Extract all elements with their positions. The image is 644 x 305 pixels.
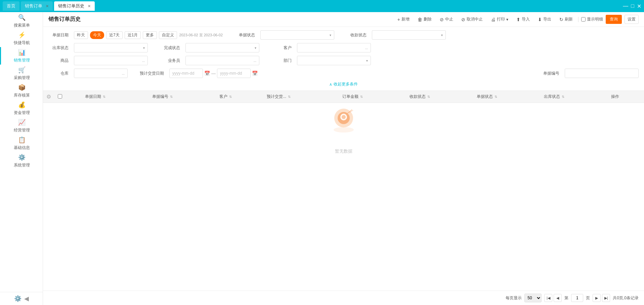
- add-button[interactable]: + 新增: [395, 15, 412, 24]
- page-last-button[interactable]: ▶|: [602, 294, 610, 302]
- delete-label: 删除: [424, 16, 432, 22]
- salesperson-label: 业务员: [160, 58, 180, 64]
- delete-button[interactable]: 🗑 删除: [415, 15, 434, 24]
- th-customer-label: 客户: [219, 94, 227, 99]
- sidebar-item-operations-label: 经营管理: [14, 127, 30, 133]
- complete-status-select[interactable]: ▾: [185, 43, 259, 52]
- th-expected-date[interactable]: 预计交货... ⇅: [263, 91, 339, 103]
- calendar-to-icon[interactable]: 📅: [252, 71, 258, 76]
- page-prev-button[interactable]: ◀: [554, 294, 562, 302]
- sidebar-item-operations[interactable]: 📈 经营管理: [0, 117, 43, 135]
- date-btn-1month[interactable]: 近1月: [125, 31, 141, 39]
- expected-date-group: yyyy-mm-dd 📅 — yyyy-mm-dd 📅: [169, 69, 527, 78]
- receipt-status-select[interactable]: ▾: [372, 30, 446, 40]
- calendar-from-icon[interactable]: 📅: [204, 71, 210, 76]
- outbound-status-arrow-icon: ▾: [143, 46, 145, 50]
- sidebar-item-sales[interactable]: 📊 销售管理: [0, 47, 43, 65]
- th-order-amount[interactable]: 订单金额 ⇅: [339, 91, 406, 103]
- setting-button[interactable]: 设置: [625, 15, 639, 24]
- department-select[interactable]: ▾: [297, 56, 371, 65]
- sidebar-collapse-icon[interactable]: ◀: [24, 295, 29, 302]
- window-close-icon[interactable]: ✕: [637, 3, 641, 9]
- department-arrow-icon: ▾: [366, 59, 368, 63]
- bill-status-arrow-icon: ▾: [330, 33, 331, 37]
- bill-no-label: 单据编号: [539, 71, 559, 76]
- sidebar-settings-icon[interactable]: ⚙️: [14, 295, 22, 302]
- select-all-checkbox[interactable]: [58, 94, 62, 99]
- total-text: 共0页,0条记录: [613, 295, 639, 301]
- toolbar: + 新增 🗑 删除 ⊘ 中止 ⊘ 取消中止 🖨 打印: [395, 15, 639, 24]
- th-bill-no[interactable]: 单据编号 ⇅: [149, 91, 216, 103]
- bill-status-select[interactable]: ▾: [260, 30, 334, 40]
- cancel-stop-button[interactable]: ⊘ 取消中止: [459, 15, 485, 24]
- refresh-button[interactable]: ↻ 刷新: [557, 15, 575, 24]
- show-detail-checkbox-label[interactable]: 显示明细: [581, 16, 603, 22]
- query-button[interactable]: 查询: [606, 15, 622, 24]
- page-header: 销售订单历史 + 新增 🗑 删除 ⊘ 中止 ⊘ 取消中止: [43, 12, 644, 27]
- th-bill-date[interactable]: 单据日期 ⇅: [82, 91, 149, 103]
- filter-row-1: 单据日期 昨天 今天 近7天 近1月 更多 自定义 2023-06-02 至 2…: [48, 30, 639, 40]
- tab-sales-order[interactable]: 销售订单 ✕: [21, 1, 53, 11]
- sidebar-item-purchase[interactable]: 🛒 采购管理: [0, 65, 43, 82]
- date-btn-custom[interactable]: 自定义: [159, 31, 177, 39]
- sidebar-item-basic-info[interactable]: 📋 基础信息: [0, 135, 43, 152]
- th-order-amount-label: 订单金额: [342, 94, 358, 99]
- tab-sales-order-history[interactable]: 销售订单历史 ✕: [54, 1, 95, 11]
- operations-icon: 📈: [18, 119, 26, 126]
- customer-select[interactable]: ...: [297, 43, 371, 52]
- table-gear-icon[interactable]: ⚙: [46, 94, 51, 100]
- page-size-select[interactable]: 50 20 100: [524, 294, 542, 302]
- table-head: ⚙ 单据日期 ⇅ 单据编号 ⇅: [43, 91, 644, 103]
- collapse-button[interactable]: ∧ 收起更多条件: [329, 81, 358, 87]
- window-minimize-icon[interactable]: —: [623, 3, 628, 9]
- th-bill-status[interactable]: 单据状态 ⇅: [473, 91, 541, 103]
- window-maximize-icon[interactable]: □: [631, 3, 634, 9]
- warehouse-select[interactable]: ...: [74, 69, 128, 78]
- expected-date-label: 预计交货日期: [140, 71, 164, 76]
- export-label: 导出: [543, 16, 551, 22]
- date-separator: —: [211, 71, 216, 76]
- bill-no-input[interactable]: [565, 69, 639, 78]
- date-btn-yesterday[interactable]: 昨天: [74, 31, 88, 39]
- page-next-button[interactable]: ▶: [593, 294, 601, 302]
- page-number-input[interactable]: [571, 294, 583, 302]
- sidebar-item-sales-label: 销售管理: [14, 58, 30, 63]
- empty-icon: [327, 103, 360, 143]
- filter-row-3: 商品 ... 业务员 ... 部门 ▾: [48, 56, 639, 65]
- th-outbound-status[interactable]: 出库状态 ⇅: [541, 91, 608, 103]
- page-footer: 每页显示 50 20 100 |◀ ◀ 第 页 ▶ ▶| 共0页,0条记录: [43, 291, 644, 305]
- sidebar-item-finance-label: 资金管理: [14, 110, 30, 116]
- outbound-status-select[interactable]: ▾: [74, 43, 148, 52]
- date-btn-more[interactable]: 更多: [143, 31, 157, 39]
- tab-sales-order-label: 销售订单: [25, 3, 42, 9]
- sidebar-item-inventory[interactable]: 📦 库存核算: [0, 82, 43, 100]
- sidebar-item-system[interactable]: ⚙️ 系统管理: [0, 152, 43, 169]
- show-detail-checkbox[interactable]: [581, 17, 586, 22]
- sidebar-item-quicknav[interactable]: ⚡ 快捷导航: [0, 30, 43, 47]
- date-btn-7days[interactable]: 近7天: [106, 31, 123, 39]
- sidebar-item-inventory-label: 库存核算: [14, 92, 30, 98]
- sales-icon: 📊: [18, 49, 26, 56]
- tab-home[interactable]: 首页: [3, 1, 19, 11]
- th-receipt-status[interactable]: 收款状态 ⇅: [406, 91, 473, 103]
- date-btn-today[interactable]: 今天: [90, 31, 104, 39]
- tab-sales-order-history-label: 销售订单历史: [58, 3, 84, 9]
- sidebar-item-finance[interactable]: 💰 资金管理: [0, 100, 43, 117]
- date-range-text: 2023-06-02 至 2023-06-02: [179, 33, 223, 38]
- sidebar-item-search[interactable]: 🔍 搜索菜单: [0, 12, 43, 30]
- import-button[interactable]: ⬆ 导入: [514, 15, 532, 24]
- th-checkbox: [54, 91, 82, 103]
- tab-sales-order-close[interactable]: ✕: [46, 4, 49, 8]
- stop-label: 中止: [445, 16, 453, 22]
- export-button[interactable]: ⬇ 导出: [535, 15, 554, 24]
- stop-button[interactable]: ⊘ 中止: [437, 15, 456, 24]
- date-from-input[interactable]: yyyy-mm-dd: [169, 69, 203, 78]
- tab-sales-order-history-close[interactable]: ✕: [88, 4, 91, 8]
- product-select[interactable]: ...: [74, 56, 148, 65]
- th-bill-status-label: 单据状态: [477, 94, 493, 99]
- date-to-input[interactable]: yyyy-mm-dd: [217, 69, 251, 78]
- page-first-button[interactable]: |◀: [544, 294, 552, 302]
- print-button[interactable]: 🖨 打印 ▾: [488, 15, 511, 24]
- salesperson-select[interactable]: ...: [185, 56, 259, 65]
- th-customer[interactable]: 客户 ⇅: [216, 91, 263, 103]
